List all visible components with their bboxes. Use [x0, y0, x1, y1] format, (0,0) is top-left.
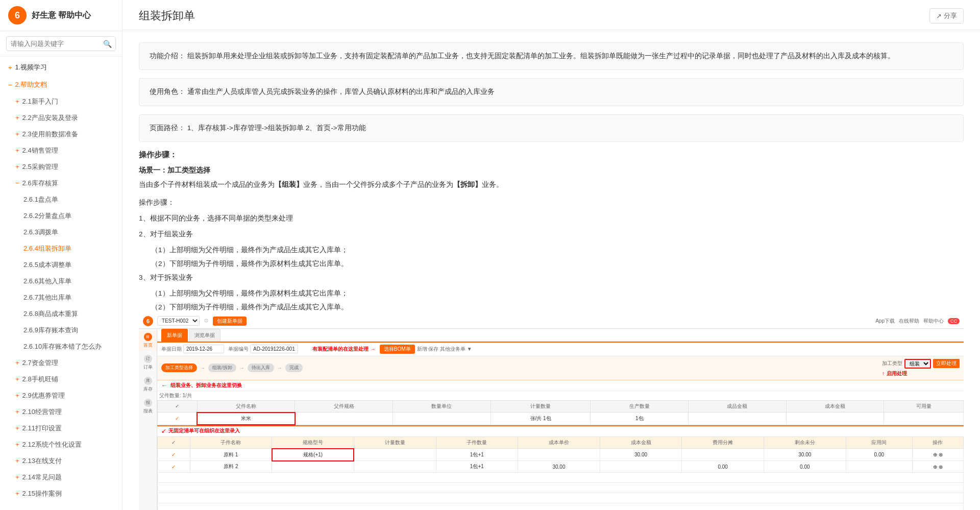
ss-tab-browse[interactable]: 浏览单据: [189, 329, 220, 342]
sidebar-item-215[interactable]: +2.15操作案例: [0, 485, 122, 502]
ss-report-dot: 报: [144, 399, 152, 407]
path-text: 1、库存核算->库存管理->组装拆卸单 2、首页->常用功能: [187, 124, 366, 132]
ss-topbar: 6 TEST-H002 ⚙ 创建新单据 App下载 在线帮助 帮助中心 CC: [139, 314, 964, 329]
ss-process-area: 加工类型选择 → 组装/拆卸 → 待出入库 → 完成: [157, 356, 964, 380]
ss-upper-table-body: ✓ 米米 张/共 1包 1包: [158, 412, 964, 425]
ss-down-arrow4: ↙: [161, 427, 166, 434]
sidebar-item-261[interactable]: 2.6.1盘点单: [0, 191, 122, 208]
plus-icon: +: [15, 114, 19, 122]
lcol-apply: 应用间: [846, 436, 912, 449]
ss-nav-order[interactable]: 订 订单: [139, 353, 157, 373]
lcell-check2: ✓: [158, 461, 190, 473]
ss-date-label: 单据日期: [161, 346, 182, 353]
ss-step-2: 组装/拆卸: [208, 363, 236, 372]
sidebar-item-210[interactable]: +2.10经营管理: [0, 404, 122, 420]
ss-left-arrow2: ←: [161, 382, 167, 389]
search-input[interactable]: [6, 36, 116, 51]
sidebar-item-21[interactable]: +2.1新手入门: [0, 93, 122, 110]
plus-icon: +: [15, 147, 19, 154]
lcell-cp2: 30.00: [518, 461, 600, 473]
sidebar-item-26[interactable]: −2.6库存核算: [0, 175, 122, 191]
steps-heading2: 操作步骤：: [139, 196, 964, 209]
sidebar-item-video[interactable]: + 1.视频学习: [0, 59, 122, 76]
sidebar-item-267[interactable]: 2.6.7其他出库单: [0, 289, 122, 306]
lcell-apply2: [846, 461, 912, 473]
ss-lower-table-head: ✓ 子件名称 规格型号 计量数量 子件数量 成本单价 成本金额 费用分摊: [158, 436, 964, 449]
sidebar-item-213[interactable]: +2.13在线支付: [0, 453, 122, 469]
sidebar-item-2610[interactable]: 2.6.10库存账本错了怎么办: [0, 338, 122, 355]
lcell-alloc1: [682, 449, 764, 461]
ss-store-select[interactable]: TEST-H002: [157, 316, 200, 326]
ss-upper-table-scroll[interactable]: ✓ 父件名称 父件规格 数量单位 计量数量 生产数量 成品金额 成本金额: [157, 400, 964, 425]
col-unit: 数量单位: [393, 400, 491, 412]
ss-nav-report[interactable]: 报 报表: [139, 397, 157, 417]
sidebar-item-docs[interactable]: − 2.帮助文档: [0, 76, 122, 93]
sidebar-item-211[interactable]: +2.11打印设置: [0, 420, 122, 436]
lcell-name2: 原料 2: [190, 461, 272, 473]
cell-check: ✓: [158, 412, 198, 425]
nav-label: 1.视频学习: [15, 63, 47, 72]
lcell-ops2: ⊕ ⊗: [912, 461, 963, 473]
page-title: 组装拆卸单: [139, 8, 195, 23]
ss-order-value[interactable]: AD-20191226-001: [250, 345, 298, 353]
sidebar-item-269[interactable]: 2.6.9库存账本查询: [0, 322, 122, 338]
ss-lower-table-scroll[interactable]: ✓ 子件名称 规格型号 计量数量 子件数量 成本单价 成本金额 费用分摊: [157, 435, 964, 510]
ss-stock-dot: 库: [144, 377, 152, 385]
intro-block: 功能介绍： 组装拆卸单用来处理企业组装或拆卸等加工业务，支持有固定装配清单的产品…: [139, 42, 964, 70]
empty-row6: [158, 503, 964, 510]
ss-helpcenter: 帮助中心: [923, 318, 944, 325]
table-row: ✓ 米米 张/共 1包 1包: [158, 412, 964, 425]
ss-nav-home[interactable]: ⊞ 首页: [139, 331, 157, 351]
step2-sub2: （2）下部明细为子件明细，最终作为原材料生成其它出库单。: [139, 257, 964, 271]
sidebar-item-23[interactable]: +2.3使用前数据准备: [0, 126, 122, 142]
ss-upper-table: ✓ 父件名称 父件规格 数量单位 计量数量 生产数量 成品金额 成本金额: [157, 400, 964, 425]
ss-type-select[interactable]: 组装 拆卸: [904, 359, 931, 369]
ss-confirm-btn[interactable]: 立即处理: [933, 359, 960, 368]
sidebar-item-214[interactable]: +2.14常见问题: [0, 469, 122, 485]
ss-arrow-proc1: →: [200, 365, 205, 371]
sidebar-item-28[interactable]: +2.8手机旺铺: [0, 371, 122, 387]
sidebar-item-264[interactable]: 2.6.4组装拆卸单: [0, 240, 122, 257]
sidebar-item-22[interactable]: +2.2产品安装及登录: [0, 110, 122, 126]
lcell-check: ✓: [158, 449, 190, 461]
sidebar-item-24[interactable]: +2.4销售管理: [0, 142, 122, 159]
ss-new-order-btn[interactable]: 创建新单据: [213, 317, 247, 326]
cell-spec: [295, 412, 393, 425]
sidebar-item-263[interactable]: 2.6.3调拨单: [0, 224, 122, 240]
plus-icon: +: [15, 424, 19, 432]
ss-lower-table-area: ↙ 无固定清单可在组织在这里录入 ✓ 子件名称 规格型号: [157, 426, 964, 510]
ss-tab-new[interactable]: 新单据: [161, 329, 188, 342]
share-button[interactable]: ↗ 分享: [929, 8, 964, 23]
main-header: 组装拆卸单 ↗ 分享: [122, 0, 980, 30]
scene1-desc: 当由多个子件材料组装成一个成品的业务为【组装】业务，当由一个父件拆分成多个子产品…: [139, 178, 964, 191]
lcell-remain2: 0.00: [764, 461, 846, 473]
lcol-qty: 子件数量: [436, 436, 518, 449]
ss-nav-stock-label: 库存: [140, 386, 156, 393]
ss-upper-table-header: 父件数量: 1/共: [157, 391, 964, 400]
sidebar-item-212[interactable]: +2.12系统个性化设置: [0, 436, 122, 453]
ss-nav-order-label: 订单: [140, 364, 156, 371]
ss-choose-bom-btn[interactable]: 选择BOM单: [380, 345, 415, 354]
sidebar-item-262[interactable]: 2.6.2分量盘点单: [0, 208, 122, 224]
step3-sub2: （2）下部明细为子件明细，最终作为产成品生成其它入库单。: [139, 300, 964, 314]
sidebar-item-266[interactable]: 2.6.6其他入库单: [0, 273, 122, 289]
ss-tabs: 新单据 浏览单据: [157, 329, 964, 343]
ss-upper-table-cols-label: 父件数量: 1/共: [159, 392, 192, 399]
table-row: [158, 483, 964, 493]
sidebar-item-25[interactable]: +2.5采购管理: [0, 159, 122, 175]
sidebar-item-27[interactable]: +2.7资金管理: [0, 355, 122, 371]
ss-annotation2: 组装业务、拆卸业务在这里切换: [170, 382, 242, 389]
lcell-ca2: [600, 461, 682, 473]
ss-date-field: 单据日期 2019-12-26: [161, 345, 224, 353]
ss-arrow-proc3: →: [277, 365, 282, 371]
sidebar-item-268[interactable]: 2.6.8商品成本重算: [0, 306, 122, 322]
sidebar-item-29[interactable]: +2.9优惠券管理: [0, 387, 122, 404]
lcol-spec: 规格型号: [272, 436, 354, 449]
ss-content: 新单据 浏览单据 单据日期 2019-12-26 单据编号 AD-2019: [157, 329, 964, 510]
ss-date-value[interactable]: 2019-12-26: [183, 345, 224, 353]
ss-help: 在线帮助: [899, 318, 919, 325]
steps-list: 操作步骤： 1、根据不同的业务，选择不同单据的类型来处理 2、对于组装业务 （1…: [139, 196, 964, 314]
ss-nav-stock[interactable]: 库 库存: [139, 375, 157, 395]
ss-annotation2-bar: ← 组装业务、拆卸业务在这里切换: [157, 380, 964, 391]
sidebar-item-265[interactable]: 2.6.5成本调整单: [0, 257, 122, 273]
